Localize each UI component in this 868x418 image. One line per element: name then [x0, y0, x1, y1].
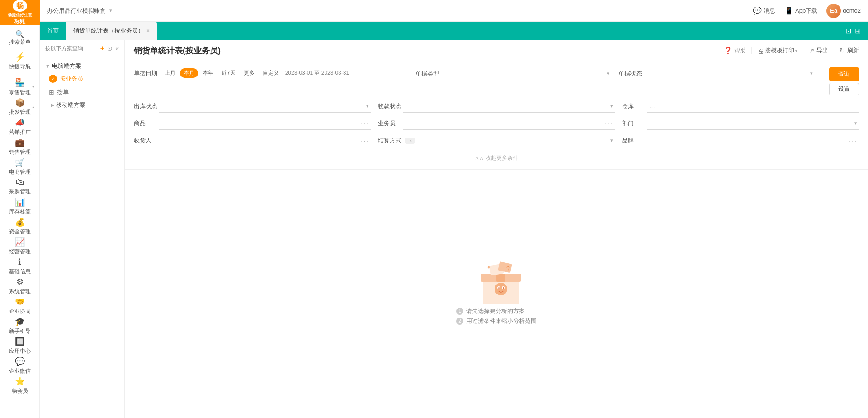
sidebar-item-wechat[interactable]: 💬 企业微信 — [0, 356, 40, 375]
sidebar-item-system[interactable]: ⚙ 系统管理 — [0, 276, 40, 296]
tab-home[interactable]: 首页 — [40, 22, 66, 40]
mobile-scheme-title[interactable]: ▶ 移动端方案 — [43, 99, 124, 111]
scheme-item-by-salesperson[interactable]: ✓ 按业务员 — [40, 72, 124, 86]
warehouse-control[interactable]: … — [647, 100, 859, 113]
content-wrapper: 按以下方案查询 + ⊙ « ▼ 电脑端方案 ✓ 按业务员 — [40, 40, 868, 418]
date-btn-this-year[interactable]: 本年 — [199, 68, 217, 78]
user-profile-btn[interactable]: Ea demo2 — [826, 4, 861, 18]
quick-nav-item[interactable]: ⚡ 快捷导航 — [0, 51, 40, 71]
marketing-label: 营销推广 — [9, 128, 31, 136]
date-btn-more[interactable]: 更多 — [240, 68, 258, 78]
app-download-label: App下载 — [795, 7, 817, 15]
app-download-btn[interactable]: 📱 App下载 — [784, 6, 817, 15]
sidebar-item-inventory[interactable]: 📊 库存核算 — [0, 196, 40, 216]
sidebar-item-member[interactable]: ⭐ 畅会员 — [0, 375, 40, 395]
payment-control[interactable]: ▾ — [403, 100, 615, 113]
operations-icon: 📈 — [15, 237, 25, 247]
filter-consignee: 收货人 ··· — [134, 134, 371, 147]
left-panel-header: 按以下方案查询 + ⊙ « — [40, 40, 124, 57]
desktop-scheme-title[interactable]: ▼ 电脑端方案 — [40, 60, 124, 72]
scheme-dot-text: ✓ — [51, 76, 55, 81]
refresh-btn[interactable]: ↻ 刷新 — [840, 47, 859, 55]
brand-control[interactable]: ··· — [647, 134, 859, 147]
scheme-order-icon: ⊞ — [49, 89, 54, 96]
wechat-label: 企业微信 — [9, 367, 31, 375]
sidebar-item-sales[interactable]: 💼 销售管理 — [0, 137, 40, 157]
consignee-control[interactable]: ··· — [159, 134, 371, 147]
sidebar-item-basic[interactable]: ℹ 基础信息 — [0, 256, 40, 276]
add-scheme-btn[interactable]: + — [100, 44, 104, 52]
scheme-item-by-order[interactable]: ⊞ 按单 — [40, 86, 124, 99]
sidebar-item-apps[interactable]: 🔲 应用中心 — [0, 336, 40, 356]
collapse-panel-btn[interactable]: « — [115, 45, 119, 52]
sidebar-item-retail[interactable]: 🏪 零售管理 — [0, 77, 40, 97]
consignee-label: 收货人 — [134, 137, 159, 145]
payment-label: 收款状态 — [378, 102, 403, 110]
divider-3 — [834, 47, 834, 54]
type-control[interactable]: ▾ — [441, 67, 612, 80]
apps-label: 应用中心 — [9, 347, 31, 355]
app-logo: 畅 畅捷信好生意 标账 — [0, 0, 40, 25]
message-icon: 💬 — [753, 6, 762, 15]
date-label: 单据日期 — [134, 69, 159, 77]
date-btn-this-month[interactable]: 本月 — [180, 68, 198, 78]
date-btn-custom[interactable]: 自定义 — [259, 68, 283, 78]
salesperson-label: 业务员 — [378, 119, 403, 128]
sidebar-item-finance[interactable]: 💰 资金管理 — [0, 216, 40, 236]
sidebar-item-wholesale[interactable]: 📦 批发管理 — [0, 97, 40, 117]
sidebar-item-enterprise[interactable]: 🤝 企业协同 — [0, 296, 40, 316]
settings-button[interactable]: 设置 — [829, 83, 859, 95]
step-1-text: 请先选择要分析的方案 — [466, 307, 525, 315]
desktop-scheme-label: 电脑端方案 — [52, 62, 81, 70]
finance-label: 资金管理 — [9, 228, 31, 236]
salesperson-control[interactable]: ··· — [403, 117, 615, 130]
goods-control[interactable]: ··· — [159, 117, 371, 130]
svg-rect-2 — [496, 274, 505, 282]
filter-department: 部门 ▾ — [622, 117, 859, 130]
left-panel-actions: + ⊙ « — [100, 44, 119, 52]
sidebar-item-ecommerce[interactable]: 🛒 电商管理 — [0, 157, 40, 176]
collapse-filters-row[interactable]: ∧∧ 收起更多条件 — [134, 152, 859, 164]
sidebar-item-marketing[interactable]: 📣 营销推广 — [0, 117, 40, 137]
out-status-control[interactable]: ▾ — [159, 100, 371, 113]
wechat-icon: 💬 — [15, 356, 25, 366]
sidebar-item-purchase[interactable]: 🛍 采购管理 — [0, 176, 40, 196]
department-control[interactable]: ▾ — [647, 117, 859, 130]
search-menu-item[interactable]: 🔍 搜索菜单 — [0, 25, 39, 48]
settlement-control[interactable]: × ▾ — [403, 134, 615, 147]
svg-text:✦: ✦ — [486, 264, 491, 271]
status-label: 单据状态 — [618, 70, 644, 78]
status-control[interactable]: ▾ — [644, 67, 815, 80]
help-btn[interactable]: ❓ 帮助 — [724, 47, 746, 55]
date-btn-7days[interactable]: 近7天 — [218, 68, 239, 78]
basic-icon: ℹ — [18, 257, 21, 267]
tab-close-btn[interactable]: × — [146, 28, 150, 34]
empty-text: 1 请先选择要分析的方案 2 用过滤条件来缩小分析范围 — [456, 307, 537, 327]
top-header: 办公用品行业模拟账套 ▾ 💬 消息 📱 App下载 Ea demo2 — [40, 0, 868, 22]
filter-salesperson: 业务员 ··· — [378, 117, 615, 130]
settlement-tag-close[interactable]: × — [409, 138, 412, 143]
tab-expand-btn[interactable]: ⊞ — [855, 27, 861, 35]
retail-label: 零售管理 — [9, 89, 31, 96]
sidebar-item-operations[interactable]: 📈 经营管理 — [0, 236, 40, 256]
tab-minimize-btn[interactable]: ⊡ — [845, 27, 851, 35]
date-btn-last-month[interactable]: 上月 — [161, 68, 179, 78]
export-btn[interactable]: ↗ 导出 — [809, 47, 828, 55]
sidebar-item-newbie[interactable]: 🎓 新手引导 — [0, 316, 40, 336]
quick-nav-section: ⚡ 快捷导航 — [0, 48, 39, 74]
message-btn[interactable]: 💬 消息 — [753, 6, 775, 15]
desktop-scheme-group: ▼ 电脑端方案 ✓ 按业务员 ⊞ 按单 ▶ 移动端方案 — [40, 57, 124, 114]
header-dropdown-arrow[interactable]: ▾ — [109, 8, 112, 14]
purchase-icon: 🛍 — [16, 177, 24, 187]
search-icon: 🔍 — [15, 30, 24, 38]
collapse-up-icon: ∧∧ — [475, 155, 484, 161]
enterprise-icon: 🤝 — [15, 297, 25, 307]
mobile-scheme-group: ▶ 移动端方案 — [40, 99, 124, 111]
query-button[interactable]: 查询 — [829, 67, 859, 81]
help-icon: ❓ — [724, 47, 732, 55]
message-label: 消息 — [764, 7, 775, 15]
type-dropdown-icon: ▾ — [607, 71, 609, 76]
scheme-settings-btn[interactable]: ⊙ — [107, 45, 113, 52]
tab-sales-report[interactable]: 销货单统计表（按业务员） × — [66, 22, 157, 40]
print-btn[interactable]: 🖨 按模板打印 ▾ — [757, 47, 797, 55]
